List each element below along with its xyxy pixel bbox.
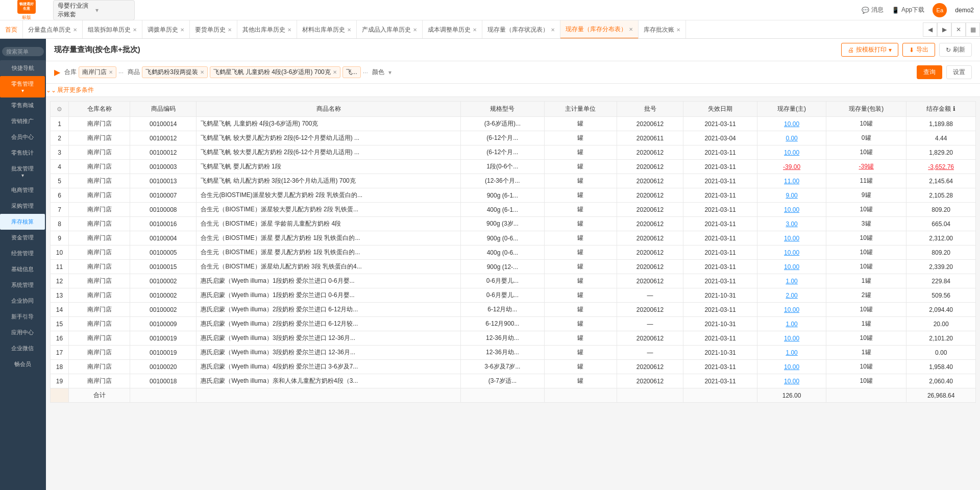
warehouse-tag-close[interactable]: ✕ — [109, 69, 113, 75]
warehouse-more[interactable]: ··· — [118, 69, 124, 76]
warehouse-tag[interactable]: 南岸门店 ✕ — [79, 66, 116, 78]
qty-main-cell[interactable]: 0.00 — [757, 131, 826, 145]
sidebar-item-基础信息[interactable]: 基础信息 — [0, 261, 45, 277]
product-tag-2-close[interactable]: ✕ — [333, 69, 337, 75]
sidebar-item-畅会员[interactable]: 畅会员 — [0, 356, 45, 372]
msg-btn[interactable]: 💬 消息 — [862, 6, 884, 14]
nav-tab[interactable]: 现存量（库存分布表） ✕ — [560, 20, 639, 38]
qty-main-cell[interactable]: 10.00 — [757, 260, 826, 274]
nav-tab[interactable]: 分量盘点单历史 ✕ — [23, 20, 83, 38]
phone-icon: 📱 — [892, 7, 899, 14]
sidebar-item-应用中心[interactable]: 应用中心 — [0, 325, 45, 340]
nav-tab[interactable]: 调拨单历史 ✕ — [142, 20, 190, 38]
sidebar-item-会员中心[interactable]: 会员中心 — [0, 129, 45, 145]
nav-tab[interactable]: 其他出库单历史 ✕ — [237, 20, 297, 38]
th-qty-main: 现存量(主) — [757, 102, 826, 117]
sidebar-item-企业微信[interactable]: 企业微信 — [0, 340, 45, 356]
sidebar-item-批发管理[interactable]: 批发管理▾ — [0, 161, 45, 182]
expand-btn[interactable]: ⌄⌄ 展开更多条件 — [46, 86, 980, 94]
tab-close-icon[interactable]: ✕ — [347, 27, 351, 33]
qty-main-cell[interactable]: 10.00 — [757, 117, 826, 131]
settings-btn[interactable]: 设置 — [946, 65, 972, 79]
tab-close-icon[interactable]: ✕ — [413, 27, 417, 33]
th-unit: 主计量单位 — [544, 102, 617, 117]
qty-main-cell[interactable]: -39.00 — [757, 160, 826, 174]
print-btn[interactable]: 🖨 按模板打印 ▾ — [841, 43, 898, 57]
search-input[interactable] — [6, 48, 40, 55]
qty-main-cell[interactable]: 10.00 — [757, 360, 826, 374]
sidebar-item-零售统计[interactable]: 零售统计 — [0, 145, 45, 161]
unit-cell: 罐 — [544, 160, 617, 174]
app-download-btn[interactable]: 📱 App下载 — [892, 6, 924, 14]
product-tag-2[interactable]: 飞鹤星飞帆 儿童奶粉 4段(3-6岁适用) 700克 ✕ — [210, 66, 340, 78]
tab-close-icon[interactable]: ✕ — [180, 27, 184, 33]
chevron-right-icon: ▾ — [21, 173, 24, 178]
nav-tab[interactable]: 要货单历史 ✕ — [190, 20, 237, 38]
qty-main-cell[interactable]: 1.00 — [757, 346, 826, 360]
color-dropdown[interactable]: ▾ — [388, 69, 391, 76]
qty-main-cell[interactable]: 10.00 — [757, 145, 826, 160]
sidebar-item-零售管理[interactable]: 零售管理▾ — [0, 76, 45, 97]
tab-scroll-right[interactable]: ▶ — [937, 22, 951, 37]
product-tag-1-close[interactable]: ✕ — [200, 69, 204, 75]
avatar[interactable]: Ea — [933, 3, 947, 17]
sidebar-item-企业协同[interactable]: 企业协同 — [0, 293, 45, 309]
nav-tab[interactable]: 产成品入库单历史 ✕ — [357, 20, 423, 38]
sidebar-item-系统管理[interactable]: 系统管理 — [0, 277, 45, 293]
nav-tab[interactable]: 成本调整单历史 ✕ — [423, 20, 482, 38]
product-tag-1[interactable]: 飞鹤奶粉3段两提装 ✕ — [142, 66, 208, 78]
nav-tab[interactable]: 库存批次账 ✕ — [639, 20, 686, 38]
sidebar-item-电商管理[interactable]: 电商管理 — [0, 182, 45, 198]
qty-main-cell[interactable]: 10.00 — [757, 203, 826, 217]
org-selector[interactable]: 母婴行业演示账套 ▾ — [53, 0, 135, 20]
tab-close-icon[interactable]: ✕ — [228, 27, 232, 33]
qty-main-cell[interactable]: 10.00 — [757, 331, 826, 346]
page-title: 现存量查询(按仓库+批次) — [54, 45, 140, 55]
tab-close-btn[interactable]: ✕ — [951, 22, 966, 37]
tab-close-icon[interactable]: ✕ — [73, 27, 77, 33]
tab-close-icon[interactable]: ✕ — [287, 27, 291, 33]
qty-main-cell[interactable]: 1.00 — [757, 274, 826, 288]
export-btn[interactable]: ⬇ 导出 — [902, 43, 935, 57]
nav-tab[interactable]: 首页 — [0, 20, 23, 38]
qty-main-cell[interactable]: 2.00 — [757, 288, 826, 303]
sidebar-item-label: 批发管理 — [11, 165, 34, 173]
quick-nav-item[interactable]: 快捷导航 — [0, 60, 46, 76]
amount-cell: 2,060.40 — [906, 374, 976, 388]
row-number: 17 — [51, 346, 69, 360]
product-tag-more[interactable]: 飞... — [342, 66, 361, 78]
nav-tab[interactable]: 现存量（库存状况表） ✕ — [482, 20, 560, 38]
qty-main-cell[interactable]: 10.00 — [757, 374, 826, 388]
qty-main-cell[interactable]: 9.00 — [757, 188, 826, 203]
tab-scroll-left[interactable]: ◀ — [923, 22, 937, 37]
sidebar-item-资金管理[interactable]: 资金管理 — [0, 230, 45, 246]
tab-close-icon[interactable]: ✕ — [629, 27, 633, 32]
tab-close-icon[interactable]: ✕ — [133, 27, 137, 33]
sidebar-item-经营管理[interactable]: 经营管理 — [0, 246, 45, 261]
tab-menu-btn[interactable]: ▦ — [966, 22, 980, 37]
sidebar-item-零售商城[interactable]: 零售商城 — [0, 97, 45, 113]
tab-close-icon[interactable]: ✕ — [473, 27, 477, 33]
expand-arrow[interactable]: ▶ — [54, 67, 60, 77]
page-header: 现存量查询(按仓库+批次) 🖨 按模板打印 ▾ ⬇ 导出 ↻ 刷新 — [46, 39, 980, 61]
qty-main-cell[interactable]: 10.00 — [757, 231, 826, 246]
refresh-btn[interactable]: ↻ 刷新 — [939, 43, 972, 57]
qty-main-cell[interactable]: 10.00 — [757, 303, 826, 317]
product-more[interactable]: ··· — [363, 69, 368, 76]
qty-main-cell[interactable]: 11.00 — [757, 174, 826, 188]
nav-tab[interactable]: 材料出库单历史 ✕ — [297, 20, 357, 38]
unit-cell: 罐 — [544, 217, 617, 231]
sidebar-item-新手引导[interactable]: 新手引导 — [0, 309, 45, 325]
sidebar-item-库存核算[interactable]: 库存核算 — [0, 214, 45, 230]
tab-close-icon[interactable]: ✕ — [676, 27, 680, 33]
qty-main-cell[interactable]: 1.00 — [757, 317, 826, 331]
query-btn[interactable]: 查询 — [917, 65, 942, 79]
sidebar-item-采购管理[interactable]: 采购管理 — [0, 198, 45, 214]
qty-main-cell[interactable]: 10.00 — [757, 246, 826, 260]
sidebar-item-营销推广[interactable]: 营销推广 — [0, 113, 45, 129]
tab-close-icon[interactable]: ✕ — [551, 27, 555, 33]
nav-tab[interactable]: 组装拆卸单历史 ✕ — [83, 20, 142, 38]
code-cell: 00100016 — [130, 217, 197, 231]
column-settings-icon[interactable]: ⚙ — [57, 106, 62, 113]
qty-main-cell[interactable]: 3.00 — [757, 217, 826, 231]
